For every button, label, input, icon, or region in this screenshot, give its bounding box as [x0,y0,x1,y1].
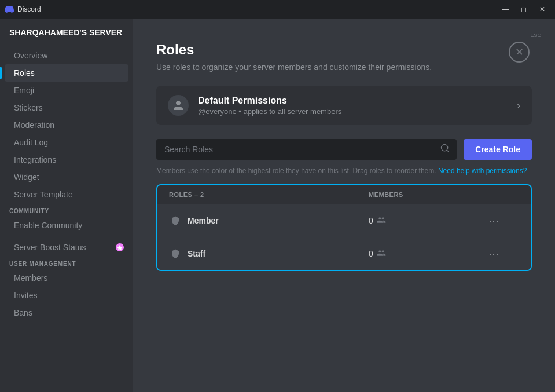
sidebar-item-bans[interactable]: Bans [5,304,128,321]
permissions-help-link[interactable]: Need help with permissions? [438,167,527,175]
actions-column-header [484,191,519,198]
close-x-icon: ✕ [515,46,524,58]
members-column-header: MEMBERS [369,191,484,198]
sidebar-item-label: Widget [14,173,124,182]
roles-table-header: ROLES – 2 MEMBERS [157,185,531,204]
sidebar-item-label: Roles [14,68,124,78]
sidebar-item-label: Audit Log [14,138,124,147]
search-create-row: Create Role [156,139,532,160]
sidebar-item-server-boost-status[interactable]: Server Boost Status [5,239,128,256]
boost-icon [117,244,123,250]
row-actions: ⋯ [484,211,519,230]
members-icon [377,215,386,226]
sidebar-item-label: Server Boost Status [14,243,116,252]
sidebar-item-label: Integrations [14,155,124,164]
member-count-cell: 0 [369,215,484,226]
discord-logo-icon [5,5,14,14]
close-button[interactable]: ✕ [509,42,530,63]
sidebar-item-overview[interactable]: Overview [5,47,128,64]
search-input[interactable] [156,139,457,160]
dp-subtitle: @everyone • applies to all server member… [198,107,508,116]
default-permissions-info: Default Permissions @everyone • applies … [198,96,508,116]
title-bar: Discord — ◻ ✕ [0,0,555,19]
member-count-cell: 0 [369,248,484,259]
sidebar-item-stickers[interactable]: Stickers [5,99,128,116]
content-area: ✕ ESC Roles Use roles to organize your s… [133,19,555,392]
role-name-cell: Staff [169,247,369,260]
role-name-label: Member [188,216,219,225]
shield-icon [169,214,182,227]
members-icon [377,248,386,259]
dp-title: Default Permissions [198,96,508,106]
shield-icon [169,247,182,260]
member-count: 0 [369,216,373,225]
sidebar-item-enable-community[interactable]: Enable Community [5,217,128,234]
sidebar-item-members[interactable]: Members [5,269,128,287]
sidebar-item-label: Moderation [14,120,124,130]
sidebar-item-label: Server Template [14,190,124,199]
boost-badge [116,243,124,251]
chevron-right-icon: › [517,100,520,112]
create-role-button[interactable]: Create Role [464,139,532,160]
main-layout: SHARQAHAMEED'S SERVER Overview Roles Emo… [0,19,555,392]
role-name-label: Staff [188,249,205,258]
svg-marker-0 [117,245,123,250]
roles-table: ROLES – 2 MEMBERS Member 0 [156,184,532,271]
sidebar-item-widget[interactable]: Widget [5,168,128,186]
role-name-cell: Member [169,214,369,227]
sidebar-item-label: Emoji [14,86,124,95]
server-name: SHARQAHAMEED'S SERVER [0,19,133,42]
default-permissions-card[interactable]: Default Permissions @everyone • applies … [156,86,532,125]
sidebar-item-roles[interactable]: Roles [5,64,128,82]
esc-label: ESC [530,32,541,38]
search-wrapper [156,139,457,160]
page-subtitle: Use roles to organize your server member… [156,63,532,72]
row-actions: ⋯ [484,244,519,263]
minimize-button[interactable]: — [497,3,513,15]
sidebar-item-label: Invites [14,291,124,300]
sidebar-item-label: Bans [14,308,124,317]
close-button[interactable]: ✕ [534,3,550,15]
sidebar-item-label: Overview [14,51,124,60]
sidebar-item-server-template[interactable]: Server Template [5,186,128,203]
title-bar-controls[interactable]: — ◻ ✕ [497,3,550,15]
table-row[interactable]: Member 0 ⋯ [157,204,531,237]
sidebar-item-moderation[interactable]: Moderation [5,116,128,134]
roles-column-header: ROLES – 2 [169,191,369,198]
default-permissions-icon [168,95,189,116]
row-menu-button[interactable]: ⋯ [484,211,503,230]
title-bar-title: Discord [17,5,41,13]
drag-hint: Members use the color of the highest rol… [156,167,532,175]
person-icon [172,100,184,111]
search-icon [440,144,450,155]
sidebar-item-integrations[interactable]: Integrations [5,151,128,168]
maximize-button[interactable]: ◻ [516,3,532,15]
sidebar-item-invites[interactable]: Invites [5,287,128,304]
page-title: Roles [156,42,532,58]
drag-hint-text: Members use the color of the highest rol… [156,167,436,175]
sidebar-item-audit-log[interactable]: Audit Log [5,134,128,151]
community-section-label: COMMUNITY [0,203,133,217]
sidebar-item-label: Members [14,273,124,283]
member-count: 0 [369,249,373,258]
row-menu-button[interactable]: ⋯ [484,244,503,263]
close-area: ✕ ESC [530,30,541,38]
user-management-section-label: USER MANAGEMENT [0,256,133,269]
sidebar-item-label: Stickers [14,103,124,112]
title-bar-left: Discord [5,5,41,14]
sidebar-item-label: Enable Community [14,221,124,230]
sidebar: SHARQAHAMEED'S SERVER Overview Roles Emo… [0,19,133,392]
sidebar-item-emoji[interactable]: Emoji [5,82,128,99]
table-row[interactable]: Staff 0 ⋯ [157,237,531,270]
